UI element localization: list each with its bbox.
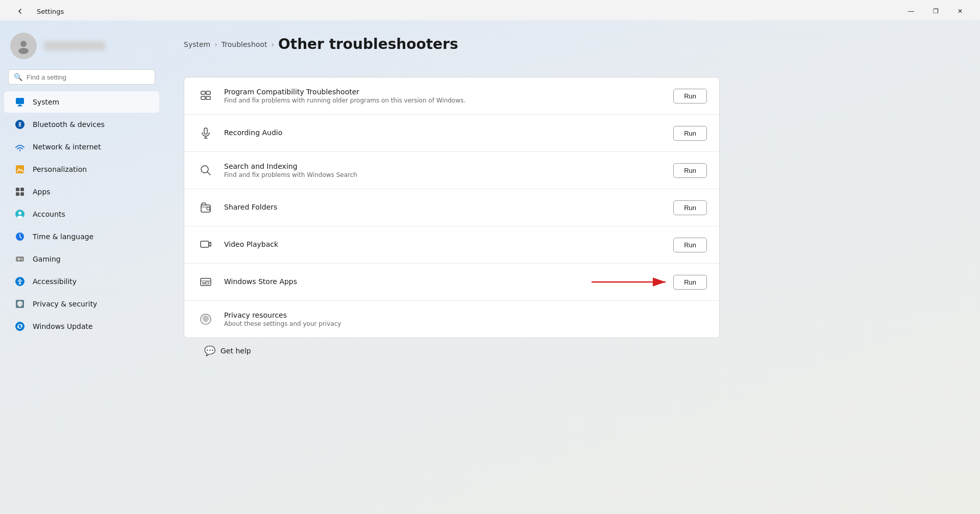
breadcrumb-sep-1: › [214,40,217,48]
program-compat-title: Program Compatibility Troubleshooter [224,88,664,96]
svg-point-18 [22,259,23,260]
list-item: Recording Audio Run [184,115,719,152]
svg-rect-7 [16,165,24,173]
svg-rect-26 [206,96,210,99]
list-item: Privacy resources About these settings a… [184,301,719,338]
user-name-placeholder [44,41,105,50]
sidebar-item-bluetooth[interactable]: Bluetooth & devices [4,114,159,135]
svg-rect-2 [16,98,24,104]
personalization-icon [14,164,26,175]
sidebar-item-accounts[interactable]: Accounts [4,203,159,225]
search-icon: 🔍 [14,73,22,81]
svg-rect-37 [206,282,209,284]
svg-point-5 [15,120,24,129]
search-box[interactable]: 🔍 [8,69,155,85]
svg-point-30 [201,166,208,173]
sidebar: 🔍 System Bluetooth & devices [0,20,163,514]
sidebar-label-accounts: Accounts [33,210,65,218]
search-input[interactable] [27,73,150,81]
recording-audio-icon [197,124,215,142]
windows-store-text: Windows Store Apps [224,277,664,287]
svg-rect-24 [206,91,210,94]
get-help-bar[interactable]: 💬 Get help [184,338,949,363]
svg-rect-4 [17,106,22,107]
privacy-resources-text: Privacy resources About these settings a… [224,311,707,327]
sidebar-item-time[interactable]: Time & language [4,226,159,247]
recording-audio-run-button[interactable]: Run [673,126,707,141]
sidebar-label-gaming: Gaming [33,255,61,263]
get-help-label: Get help [220,347,251,355]
sidebar-item-personalization[interactable]: Personalization [4,159,159,180]
accessibility-icon [14,276,26,287]
program-compat-run-button[interactable]: Run [673,89,707,104]
list-item: Program Compatibility Troubleshooter Fin… [184,78,719,115]
video-playback-title: Video Playback [224,240,664,248]
svg-point-0 [20,41,27,47]
page-title: Other troubleshooters [278,36,458,53]
svg-rect-8 [16,188,19,191]
breadcrumb-troubleshoot[interactable]: Troubleshoot [222,40,267,48]
sidebar-item-privacy[interactable]: Privacy & security [4,293,159,315]
breadcrumb-sep-2: › [271,40,274,48]
window-controls: — ❐ ✕ [899,3,972,19]
sidebar-label-bluetooth: Bluetooth & devices [33,120,105,128]
svg-point-17 [21,258,22,259]
program-compat-text: Program Compatibility Troubleshooter Fin… [224,88,664,104]
video-playback-run-button[interactable]: Run [673,238,707,252]
search-indexing-text: Search and Indexing Find and fix problem… [224,162,664,178]
shared-folders-icon [197,198,215,217]
program-compat-desc: Find and fix problems with running older… [224,97,664,104]
svg-rect-27 [204,128,207,134]
sidebar-item-gaming[interactable]: Gaming [4,248,159,270]
main-content: System › Troubleshoot › Other troublesho… [163,20,980,514]
svg-rect-11 [20,192,24,196]
svg-point-1 [18,48,29,54]
time-icon [14,231,26,242]
windows-store-icon [197,273,215,291]
privacy-resources-desc: About these settings and your privacy [224,320,707,327]
sidebar-label-personalization: Personalization [33,165,87,173]
troubleshooter-list: Program Compatibility Troubleshooter Fin… [184,77,720,338]
sidebar-item-system[interactable]: System [4,91,159,113]
privacy-resources-title: Privacy resources [224,311,707,319]
maximize-button[interactable]: ❐ [924,3,947,19]
recording-audio-text: Recording Audio [224,128,664,138]
breadcrumb-system[interactable]: System [184,40,210,48]
title-bar-left: Settings [8,3,64,19]
sidebar-label-time: Time & language [33,233,93,241]
network-icon [14,141,26,152]
sidebar-label-update: Windows Update [33,322,93,330]
bluetooth-icon [14,119,26,130]
svg-point-20 [19,279,21,280]
svg-rect-9 [20,188,24,191]
svg-rect-36 [203,282,205,284]
apps-icon [14,186,26,197]
sidebar-label-privacy: Privacy & security [33,300,97,308]
user-icon [15,38,32,54]
windows-store-title: Windows Store Apps [224,277,664,286]
shared-folders-text: Shared Folders [224,203,664,212]
app-body: 🔍 System Bluetooth & devices [0,20,980,514]
sidebar-label-apps: Apps [33,188,51,196]
privacy-icon [14,298,26,310]
sidebar-item-network[interactable]: Network & internet [4,136,159,158]
svg-rect-10 [16,192,19,196]
page-header: System › Troubleshoot › Other troublesho… [184,36,949,63]
minimize-button[interactable]: — [899,3,923,19]
sidebar-item-accessibility[interactable]: Accessibility [4,271,159,292]
svg-rect-32 [201,205,210,212]
shared-folders-run-button[interactable]: Run [673,200,707,215]
close-button[interactable]: ✕ [948,3,972,19]
privacy-resources-icon [197,310,215,328]
sidebar-item-update[interactable]: Windows Update [4,316,159,337]
svg-rect-34 [201,241,209,247]
svg-line-31 [208,172,211,175]
search-indexing-icon [197,161,215,179]
back-button[interactable] [8,3,32,19]
sidebar-item-apps[interactable]: Apps [4,181,159,202]
search-indexing-run-button[interactable]: Run [673,163,707,178]
windows-store-run-button[interactable]: Run [673,275,707,290]
svg-rect-23 [201,91,205,94]
svg-rect-25 [201,96,205,99]
breadcrumb: System › Troubleshoot › Other troublesho… [184,36,458,53]
